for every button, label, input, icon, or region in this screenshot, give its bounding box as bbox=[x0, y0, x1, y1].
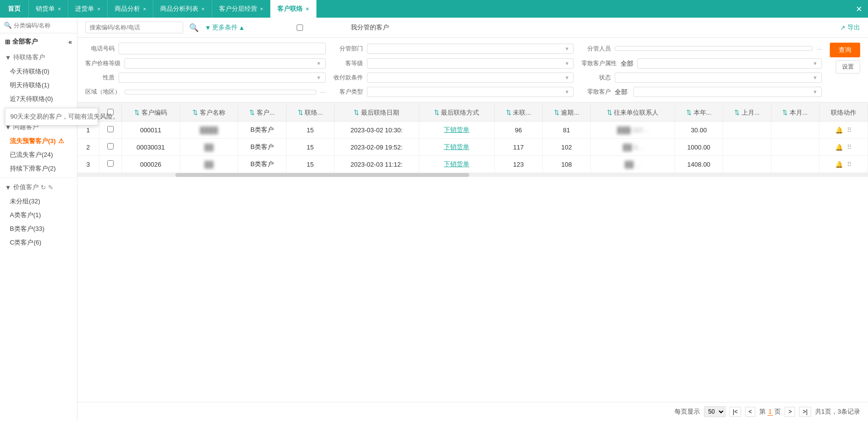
per-page-select[interactable]: 50 bbox=[704, 406, 725, 417]
current-page-display: 第 1 页 bbox=[759, 407, 781, 416]
col-name[interactable]: ⇅ 客户名称 bbox=[180, 104, 238, 122]
cell-check[interactable] bbox=[99, 156, 121, 173]
tab-purchase[interactable]: 进货单 × bbox=[68, 0, 107, 18]
tab-customer-link[interactable]: 客户联络 × bbox=[270, 0, 316, 18]
cell-action[interactable]: 🔔 ⠿ bbox=[819, 139, 868, 156]
region-select[interactable] bbox=[124, 90, 316, 95]
sidebar-section-value[interactable]: ▼ 价值客户 ↻ ✎ bbox=[0, 180, 77, 195]
col-contact[interactable]: ⇅ 联络... bbox=[286, 104, 334, 122]
cell-action[interactable]: 🔔 ⠿ bbox=[819, 156, 868, 173]
row-checkbox[interactable] bbox=[107, 143, 114, 149]
tab-customer-tier[interactable]: 客户分层经营 × bbox=[212, 0, 270, 18]
last-page-button[interactable]: >| bbox=[799, 407, 811, 417]
customer-table-container: ⚙ ⇅ 客户编码 ⇅ 客户名称 ⇅ 客户... bbox=[77, 104, 868, 402]
cell-last-way[interactable]: 下销货单 bbox=[419, 122, 494, 139]
sidebar-item-7days[interactable]: 近7天待联络(0) bbox=[0, 92, 77, 106]
sidebar-item-b-class[interactable]: B类客户(33) bbox=[0, 222, 77, 236]
sidebar-item-churned[interactable]: 已流失客户(24) bbox=[0, 148, 77, 162]
col-not-contact[interactable]: ⇅ 未联... bbox=[494, 104, 542, 122]
col-type[interactable]: ⇅ 客户... bbox=[238, 104, 286, 122]
more-conditions-button[interactable]: ▼ 更多条件 ▲ bbox=[205, 23, 245, 32]
export-button[interactable]: ↗ 导出 bbox=[840, 23, 860, 32]
row-checkbox[interactable] bbox=[107, 160, 114, 167]
cell-idx: 3 bbox=[77, 156, 99, 173]
cell-last-way[interactable]: 下销货单 bbox=[419, 139, 494, 156]
tab-analysis[interactable]: 商品分析 × bbox=[108, 0, 153, 18]
sidebar-item-unclassified[interactable]: 未分组(32) bbox=[0, 195, 77, 208]
cell-last-way[interactable]: 下销货单 bbox=[419, 156, 494, 173]
sidebar-section-pending[interactable]: ▼ 待联络客户 bbox=[0, 50, 77, 65]
zero-retail-select[interactable]: ▼ bbox=[633, 87, 822, 97]
customer-tier-select[interactable]: ▼ bbox=[367, 58, 574, 69]
cell-check[interactable] bbox=[99, 139, 121, 156]
dept-select[interactable]: ▼ bbox=[367, 44, 574, 54]
filter-bar: 🔍 ▼ 更多条件 ▲ 我分管的客户 ↗ 导出 bbox=[77, 18, 868, 38]
cell-not-contact: 123 bbox=[494, 156, 542, 173]
action-contact-icon[interactable]: 🔔 bbox=[835, 161, 843, 168]
refresh-icon[interactable]: ↻ bbox=[41, 184, 46, 191]
col-this-month[interactable]: ⇅ 本月... bbox=[771, 104, 819, 122]
gender-select[interactable]: ▼ bbox=[119, 73, 326, 83]
tab-sales[interactable]: 销货单 × bbox=[29, 0, 68, 18]
col-last-date[interactable]: ⇅ 最后联络日期 bbox=[334, 104, 419, 122]
sidebar-item-tomorrow[interactable]: 明天待联络(1) bbox=[0, 78, 77, 92]
sidebar-item-today[interactable]: 今天待联络(0) bbox=[0, 65, 77, 78]
cell-action[interactable]: 🔔 ⠿ bbox=[819, 122, 868, 139]
search-input[interactable] bbox=[85, 22, 183, 33]
query-button[interactable]: 查询 bbox=[830, 43, 860, 57]
sidebar-item-c-class[interactable]: C类客户(6) bbox=[0, 236, 77, 249]
row-checkbox[interactable] bbox=[107, 126, 114, 132]
tab-sales-close[interactable]: × bbox=[58, 6, 61, 12]
next-page-button[interactable]: > bbox=[785, 407, 795, 417]
col-code[interactable]: ⇅ 客户编码 bbox=[121, 104, 180, 122]
action-contact-icon[interactable]: 🔔 bbox=[835, 144, 843, 151]
first-page-button[interactable]: |< bbox=[729, 407, 741, 417]
col-last-month[interactable]: ⇅ 上月... bbox=[723, 104, 771, 122]
tab-purchase-close[interactable]: × bbox=[97, 6, 100, 12]
settings-button[interactable]: 设置 bbox=[836, 60, 860, 74]
payment-select[interactable]: ▼ bbox=[367, 73, 574, 83]
sidebar-item-churn-warning[interactable]: 流失预警客户(3) ⚠ bbox=[0, 134, 77, 148]
sidebar-search-input[interactable] bbox=[14, 22, 77, 29]
action-more-icon[interactable]: ⠿ bbox=[847, 161, 852, 168]
price-tier-select[interactable]: ▼ bbox=[124, 58, 326, 69]
close-all-button[interactable]: ✕ bbox=[856, 4, 862, 14]
sidebar-all-customers[interactable]: ⊞ 全部客户 « bbox=[0, 33, 77, 50]
cell-this-year: 1408.00 bbox=[675, 156, 723, 173]
tab-customer-tier-close[interactable]: × bbox=[260, 6, 263, 12]
person-select[interactable] bbox=[615, 46, 813, 51]
col-this-year[interactable]: ⇅ 本年... bbox=[675, 104, 723, 122]
region-more-btn[interactable]: ··· bbox=[320, 88, 326, 96]
my-customers-checkbox[interactable] bbox=[251, 25, 349, 31]
col-overdue[interactable]: ⇅ 逾期... bbox=[542, 104, 590, 122]
col-unit-contact[interactable]: ⇅ 往来单位联系人 bbox=[591, 104, 675, 122]
tab-analysis-list-close[interactable]: × bbox=[201, 6, 204, 12]
customer-type-select[interactable]: ▼ bbox=[367, 87, 574, 97]
filter-payment-row: 收付款条件 ▼ bbox=[334, 73, 574, 83]
phone-input[interactable] bbox=[119, 43, 326, 54]
cell-check[interactable] bbox=[99, 122, 121, 139]
prev-page-button[interactable]: < bbox=[745, 407, 755, 417]
my-customers-checkbox-label[interactable]: 我分管的客户 bbox=[251, 23, 389, 32]
status-select[interactable]: ▼ bbox=[615, 73, 822, 83]
tab-customer-link-close[interactable]: × bbox=[306, 6, 309, 12]
collapse-icon[interactable]: « bbox=[69, 38, 72, 46]
action-more-icon[interactable]: ⠿ bbox=[847, 126, 852, 134]
edit-icon[interactable]: ✎ bbox=[48, 184, 53, 191]
col-last-way[interactable]: ⇅ 最后联络方式 bbox=[419, 104, 494, 122]
filter-person-row: 分管人员 ··· bbox=[581, 43, 822, 54]
sidebar-item-a-class[interactable]: A类客户(1) bbox=[0, 208, 77, 222]
person-more-btn[interactable]: ··· bbox=[817, 45, 822, 52]
tab-home[interactable]: 首页 bbox=[0, 0, 29, 18]
tab-analysis-close[interactable]: × bbox=[143, 6, 146, 12]
zero-retail-attr-select[interactable]: ▼ bbox=[637, 58, 822, 69]
content-area: 🔍 ▼ 更多条件 ▲ 我分管的客户 ↗ 导出 bbox=[77, 18, 868, 421]
scroll-thumb[interactable] bbox=[175, 173, 469, 177]
sidebar-item-declining[interactable]: 持续下滑客户(2) bbox=[0, 162, 77, 175]
horizontal-scrollbar[interactable] bbox=[77, 173, 868, 177]
tab-bar: 首页 销货单 × 进货单 × 商品分析 × 商品分析列表 × 客户分层经营 × … bbox=[0, 0, 868, 18]
tab-analysis-list[interactable]: 商品分析列表 × bbox=[153, 0, 212, 18]
action-more-icon[interactable]: ⠿ bbox=[847, 144, 852, 151]
search-button[interactable]: 🔍 bbox=[189, 23, 199, 32]
action-contact-icon[interactable]: 🔔 bbox=[835, 126, 843, 134]
